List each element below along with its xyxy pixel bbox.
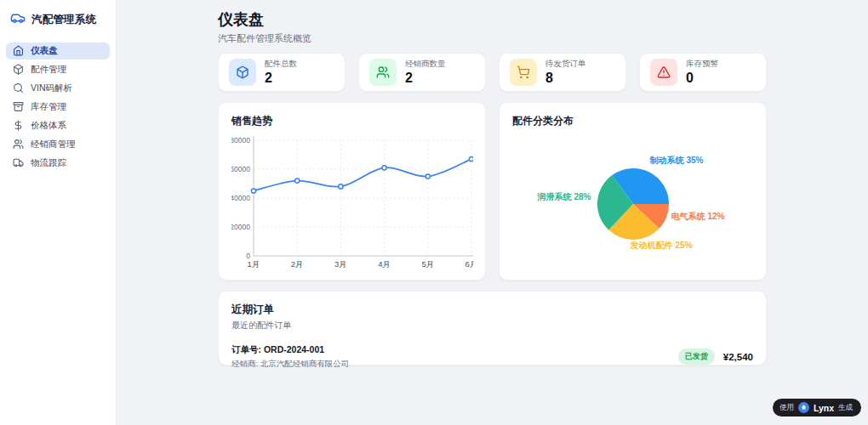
page-title: 仪表盘: [218, 11, 767, 30]
svg-text:80000: 80000: [231, 136, 250, 144]
recent-orders-title: 近期订单: [231, 303, 753, 317]
sidebar-item-label: 仪表盘: [31, 45, 58, 57]
lynx-logo-icon: [798, 402, 809, 413]
pie-slice-label: 制动系统 35%: [650, 155, 704, 167]
sidebar-item-label: VIN码解析: [31, 82, 72, 94]
sidebar-nav: 仪表盘配件管理VIN码解析库存管理价格体系经销商管理物流跟踪: [0, 37, 116, 172]
badge-prefix: 使用: [779, 403, 794, 413]
sidebar-item-0[interactable]: 仪表盘: [6, 42, 110, 60]
svg-text:3月: 3月: [334, 259, 347, 269]
svg-text:5月: 5月: [421, 259, 434, 269]
sales-trend-title: 销售趋势: [231, 114, 472, 128]
stat-label: 经销商数量: [405, 59, 446, 70]
svg-text:1月: 1月: [248, 259, 260, 269]
stat-card-2: 待发货订单8: [499, 53, 626, 92]
sidebar-item-3[interactable]: 库存管理: [6, 99, 110, 116]
stat-value: 2: [265, 71, 297, 86]
lynx-generated-badge[interactable]: 使用 Lynx 生成: [773, 399, 861, 416]
search-icon: [13, 82, 24, 95]
svg-text:60000: 60000: [231, 165, 250, 173]
users-icon: [13, 139, 24, 151]
pie-slice-label: 电气系统 12%: [671, 211, 725, 223]
sales-trend-line-chart: 0200004000060000800001月2月3月4月5月6月: [231, 130, 473, 269]
badge-suffix: 生成: [838, 403, 853, 413]
order-row: 订单号: ORD-2024-001经销商: 北京汽配经销商有限公司已发货¥2,5…: [231, 344, 753, 370]
svg-text:6月: 6月: [465, 259, 473, 269]
sidebar-item-label: 库存管理: [31, 101, 66, 113]
order-status-badge: 已发货: [678, 348, 715, 365]
archive-icon: [13, 101, 24, 114]
car-icon: [10, 10, 26, 29]
order-number: 订单号: ORD-2024-001: [231, 344, 349, 356]
category-distribution-title: 配件分类分布: [512, 114, 753, 128]
cart-icon: [510, 59, 537, 86]
stat-value: 0: [686, 71, 718, 86]
badge-brand: Lynx: [814, 403, 834, 413]
sidebar-item-label: 物流跟踪: [31, 157, 66, 169]
order-rows: 订单号: ORD-2024-001经销商: 北京汽配经销商有限公司已发货¥2,5…: [231, 344, 753, 370]
category-pie-chart: [586, 157, 680, 251]
sidebar-item-5[interactable]: 经销商管理: [6, 136, 110, 153]
package-icon: [229, 59, 256, 86]
app-logo: 汽配管理系统: [0, 0, 116, 37]
pie-slice-label: 发动机配件 25%: [631, 240, 693, 252]
app-title: 汽配管理系统: [31, 13, 96, 27]
home-icon: [13, 45, 24, 58]
users-icon: [369, 59, 397, 86]
stats-row: 配件总数2经销商数量2待发货订单8库存预警0: [218, 53, 767, 92]
stat-label: 配件总数: [265, 59, 297, 70]
svg-text:4月: 4月: [378, 259, 391, 269]
main-area: 仪表盘 汽车配件管理系统概览 配件总数2经销商数量2待发货订单8库存预警0 销售…: [117, 0, 868, 425]
page-subtitle: 汽车配件管理系统概览: [218, 32, 767, 45]
package-icon: [13, 64, 24, 76]
pie-slice-label: 润滑系统 28%: [538, 191, 591, 203]
stat-card-3: 库存预警0: [639, 53, 767, 92]
sidebar-item-label: 价格体系: [31, 120, 66, 132]
stat-label: 待发货订单: [545, 59, 586, 70]
stat-card-0: 配件总数2: [218, 53, 345, 92]
sidebar-item-4[interactable]: 价格体系: [6, 117, 110, 134]
dollar-icon: [13, 120, 24, 133]
sidebar-item-1[interactable]: 配件管理: [6, 61, 110, 78]
sidebar-item-2[interactable]: VIN码解析: [6, 80, 110, 97]
order-amount: ¥2,540: [723, 352, 753, 362]
recent-orders-card: 近期订单 最近的配件订单 订单号: ORD-2024-001经销商: 北京汽配经…: [218, 291, 767, 366]
sidebar-item-6[interactable]: 物流跟踪: [6, 155, 110, 172]
order-dealer: 经销商: 北京汽配经销商有限公司: [231, 359, 349, 370]
stat-card-1: 经销商数量2: [358, 53, 486, 92]
sidebar-item-label: 经销商管理: [31, 139, 76, 150]
stat-value: 8: [545, 71, 586, 86]
sales-trend-card: 销售趋势 0200004000060000800001月2月3月4月5月6月: [218, 102, 486, 280]
category-distribution-card: 配件分类分布 制动系统 35%电气系统 12%发动机配件 25%润滑系统 28%: [499, 102, 767, 280]
svg-text:2月: 2月: [291, 259, 304, 269]
recent-orders-subtitle: 最近的配件订单: [231, 320, 753, 332]
svg-text:20000: 20000: [231, 223, 250, 231]
alert-triangle-icon: [650, 59, 677, 86]
stat-label: 库存预警: [686, 59, 718, 70]
stat-value: 2: [405, 71, 446, 86]
svg-text:40000: 40000: [231, 194, 250, 202]
sidebar-item-label: 配件管理: [31, 64, 66, 76]
truck-icon: [13, 157, 24, 170]
sidebar: 汽配管理系统 仪表盘配件管理VIN码解析库存管理价格体系经销商管理物流跟踪: [0, 0, 117, 425]
